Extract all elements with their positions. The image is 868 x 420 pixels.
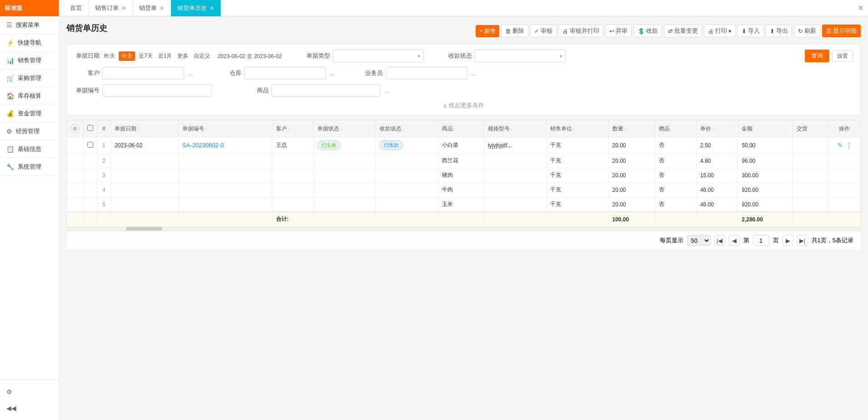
sidebar-item-operation-mgmt[interactable]: ⚙ 经营管理	[0, 123, 59, 140]
salesperson-dots-btn[interactable]: ...	[471, 70, 477, 77]
page-number-input[interactable]	[753, 235, 769, 246]
audit-button[interactable]: ✓ 审核	[530, 25, 557, 37]
scrollbar-thumb[interactable]	[126, 227, 162, 230]
prev-page-btn[interactable]: ◀	[729, 235, 740, 246]
tab-sales-delivery[interactable]: 销货单 ✕	[133, 0, 171, 16]
col-unit-price[interactable]: 单价↕	[696, 120, 738, 137]
tab-sales-order[interactable]: 销售订单 ✕	[89, 0, 133, 16]
col-spec-type[interactable]: 规格型号↕	[484, 120, 546, 137]
goods-label: 商品	[243, 86, 269, 95]
date-tab-yesterday[interactable]: 昨天	[102, 51, 117, 61]
goods-input[interactable]	[271, 84, 381, 97]
more-icon[interactable]: ⋮	[846, 142, 852, 149]
date-tab-more[interactable]: 更多	[176, 51, 190, 61]
sidebar-item-system-mgmt[interactable]: 🔧 系统管理	[0, 158, 59, 176]
sidebar-item-sales-mgmt[interactable]: 📊 销售管理	[0, 52, 59, 70]
col-payment-status[interactable]: 收款状态↕	[376, 120, 438, 137]
cell-amount: 300.00	[738, 168, 793, 183]
collapse-button[interactable]: ∧ 收起更多条件	[443, 101, 484, 110]
cell-doc-date	[111, 154, 179, 168]
tabs-close-all-btn[interactable]: ✕	[858, 4, 863, 12]
doc-no-input[interactable]	[102, 84, 211, 97]
date-tab-today[interactable]: 今天	[119, 51, 135, 61]
audit-print-button[interactable]: 🖨 审核并打印	[558, 25, 603, 37]
export-button[interactable]: ⬆ 导出	[766, 25, 792, 37]
cell-transaction	[793, 154, 828, 168]
payment-status-select[interactable]	[475, 50, 566, 62]
page-content: 销货单历史 + 新增 🗑 删除 ✓ 审核 🖨 审核并打印 ↩ 弃审	[59, 16, 868, 420]
summary-empty-9	[484, 212, 546, 227]
edit-icon[interactable]: ✎	[838, 142, 843, 149]
warehouse-input[interactable]	[244, 67, 326, 80]
col-settings[interactable]: ⚙	[67, 120, 84, 137]
col-doc-no[interactable]: 单据编号↕	[179, 120, 272, 137]
pagination: 每页显示 50 100 200 |◀ ◀ 第 页 ▶ ▶| 共1页，5条记录	[66, 231, 861, 250]
customer-input[interactable]	[102, 67, 184, 80]
col-customer[interactable]: 客户↕	[272, 120, 313, 137]
tab-sales-delivery-close[interactable]: ✕	[160, 5, 164, 11]
next-page-btn[interactable]: ▶	[783, 235, 793, 246]
col-gift[interactable]: 赠品↕	[655, 120, 696, 137]
salesperson-input[interactable]	[386, 67, 467, 80]
cell-spec-type	[484, 168, 546, 183]
collect-button[interactable]: 💲 收款	[633, 25, 662, 37]
data-table: ⚙ # 单据日期↕ 单据编号↕ 客户↕ 单据状态↕ 收款状态↕ 商品↕ 规格型号…	[67, 120, 860, 227]
cell-gift: 否	[655, 168, 696, 183]
cell-spec-type	[484, 183, 546, 197]
col-doc-date[interactable]: 单据日期↕	[111, 120, 179, 137]
date-tab-1month[interactable]: 近1月	[156, 51, 174, 61]
row-checkbox[interactable]	[87, 142, 93, 148]
batch-change-button[interactable]: ⇄ 批量变更	[664, 25, 702, 37]
print-button[interactable]: 🖨 打印 ▾	[704, 25, 736, 37]
refresh-button[interactable]: ↻ 刷新	[794, 25, 820, 37]
horizontal-scrollbar[interactable]	[67, 227, 860, 230]
cell-payment-status	[376, 154, 438, 168]
settings-button[interactable]: 设置	[832, 50, 853, 62]
tab-sales-history-close[interactable]: ✕	[210, 5, 214, 11]
date-tab-custom[interactable]: 自定义	[192, 51, 212, 61]
col-doc-status[interactable]: 单据状态↕	[313, 120, 376, 137]
query-button[interactable]: 查询	[805, 50, 829, 62]
new-button[interactable]: + 新增	[476, 25, 499, 37]
select-all-checkbox[interactable]	[87, 125, 93, 131]
tab-sales-history[interactable]: 销货单历史 ✕	[171, 0, 221, 16]
col-goods[interactable]: 商品↕	[438, 120, 484, 137]
salesperson-label: 业务员	[357, 69, 383, 77]
table-settings-icon[interactable]: ⚙	[70, 124, 80, 133]
warehouse-dots-btn[interactable]: ...	[330, 70, 335, 77]
last-page-btn[interactable]: ▶|	[797, 235, 808, 246]
page-title: 销货单历史	[66, 23, 107, 34]
cell-checkbox	[84, 154, 97, 168]
tab-sales-order-close[interactable]: ✕	[121, 5, 126, 11]
import-button[interactable]: ⬇ 导入	[738, 25, 764, 37]
sidebar-item-basic-info[interactable]: 📋 基础信息	[0, 140, 59, 158]
page-size-select[interactable]: 50 100 200	[687, 235, 711, 246]
doc-type-select[interactable]	[333, 50, 424, 62]
date-tab-7days[interactable]: 近7天	[137, 51, 155, 61]
sidebar-item-search-menu[interactable]: ☰ 搜索菜单	[0, 16, 59, 34]
abandon-button[interactable]: ↩ 弃审	[605, 25, 632, 37]
delete-button[interactable]: 🗑 删除	[501, 25, 528, 37]
col-transaction: 交货	[793, 120, 828, 137]
sidebar-settings-btn[interactable]: ⚙	[0, 384, 59, 400]
doc-type-select-wrapper	[333, 50, 424, 62]
col-sales-unit[interactable]: 销售单位↕	[546, 120, 608, 137]
sidebar-item-purchase-mgmt[interactable]: 🛒 采购管理	[0, 70, 59, 87]
cell-number: 1	[97, 137, 111, 154]
first-page-btn[interactable]: |◀	[714, 235, 725, 246]
toolbar: + 新增 🗑 删除 ✓ 审核 🖨 审核并打印 ↩ 弃审	[476, 25, 861, 37]
sidebar-item-quick-nav[interactable]: ⚡ 快捷导航	[0, 34, 59, 52]
status-badge: 已生效	[317, 140, 341, 150]
show-detail-button[interactable]: ☰ 显示明细	[822, 25, 861, 37]
doc-type-label: 单据类型	[305, 52, 330, 60]
tab-home[interactable]: 首页	[64, 0, 89, 16]
doc-no-link[interactable]: SA-20230602-0	[182, 142, 224, 149]
filter-doc-type: 单据类型	[305, 50, 424, 62]
sort-icon-customer: ↕	[288, 126, 290, 131]
sidebar-item-inventory[interactable]: 🏠 库存核算	[0, 87, 59, 105]
goods-dots-btn[interactable]: ...	[384, 87, 390, 94]
customer-dots-btn[interactable]: ...	[188, 70, 193, 77]
sidebar-item-finance-mgmt[interactable]: 💰 资金管理	[0, 105, 59, 123]
col-quantity[interactable]: 数量↕	[608, 120, 655, 137]
sidebar-collapse-btn[interactable]: ◀◀	[0, 400, 59, 416]
